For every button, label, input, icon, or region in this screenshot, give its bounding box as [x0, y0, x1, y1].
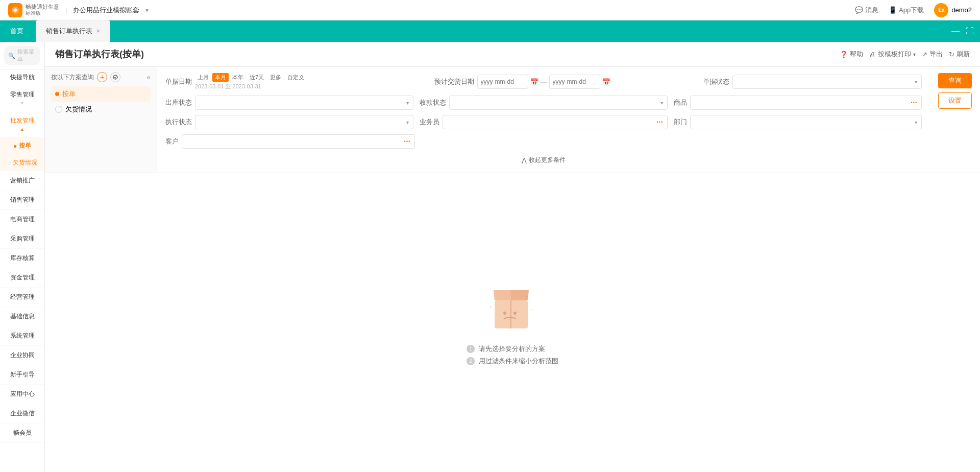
expected-date-from-input[interactable] [477, 75, 528, 89]
export-button[interactable]: ↗ 导出 [922, 50, 943, 59]
filter-row-3: 执行状态 ▾ 业务员 ··· [165, 115, 922, 129]
sidebar-item-wechat[interactable]: 企业微信 [0, 404, 44, 423]
payment-status-wrapper: ▾ [449, 96, 668, 110]
delivery-status-wrapper: ▾ [195, 96, 413, 110]
sidebar-item-label: 采购管理 [10, 234, 35, 243]
settings-button[interactable]: 设置 [938, 92, 972, 109]
hint-number-2: 2 [467, 357, 475, 365]
edit-scheme-button[interactable] [110, 72, 120, 82]
delivery-status-select[interactable]: ▾ [195, 96, 413, 110]
tab-close-icon[interactable]: × [96, 28, 100, 35]
sidebar-item-app-center[interactable]: 应用中心 [0, 385, 44, 404]
date-tab-last-month[interactable]: 上月 [195, 73, 211, 82]
chevron-up-icon: ▲ [20, 127, 24, 132]
date-tab-custom[interactable]: 自定义 [285, 73, 307, 82]
customer-select[interactable]: ··· [182, 134, 415, 149]
sidebar-item-sales[interactable]: 销售管理 [0, 191, 44, 210]
collapse-conditions-button[interactable]: ⋀ 收起更多条件 [165, 154, 922, 167]
breadcrumb[interactable]: 办公用品行业模拟账套 [73, 6, 139, 15]
add-scheme-button[interactable]: + [97, 72, 107, 82]
svg-text:✦: ✦ [489, 305, 492, 309]
filter-row-1: 单据日期 上月 本月 本年 近7天 更多 自定义 20 [165, 73, 922, 90]
page-title: 销售订单执行表(按单) [55, 48, 144, 66]
exec-arrow-icon: ▾ [406, 120, 409, 125]
exec-status-label: 执行状态 [165, 117, 192, 127]
refresh-button[interactable]: ↻ 刷新 [949, 50, 970, 59]
sidebar-item-system[interactable]: 系统管理 [0, 326, 44, 346]
date-tab-7days[interactable]: 近7天 [247, 73, 266, 82]
header-right: 💬 消息 📱 App下载 Ea demo2 [855, 3, 972, 17]
sidebar-item-marketing[interactable]: 营销推广 [0, 171, 44, 191]
sidebar-item-guide[interactable]: 新手引导 [0, 365, 44, 385]
date-separator: — [541, 78, 547, 86]
sidebar-item-wholesale[interactable]: 批发管理 ▲ [0, 111, 44, 137]
message-button[interactable]: 💬 消息 [855, 6, 878, 15]
sidebar-item-finance[interactable]: 资金管理 [0, 268, 44, 288]
tab-minimize-icon[interactable]: — [949, 25, 962, 38]
payment-status-field: 收款状态 ▾ [420, 96, 668, 110]
date-tab-current-year[interactable]: 本年 [230, 73, 246, 82]
query-button[interactable]: 查询 [938, 73, 972, 88]
department-select[interactable]: ▾ [690, 115, 922, 129]
sidebar-item-retail[interactable]: 零售管理 ▼ [0, 85, 44, 111]
tab-sales-order[interactable]: 销售订单执行表 × [36, 20, 110, 42]
app-download-button[interactable]: 📱 App下载 [889, 6, 924, 15]
tab-home[interactable]: 首页 [0, 20, 34, 42]
expected-date-to-icon[interactable]: 📅 [602, 78, 610, 86]
logo-area: 畅捷通好生意 标准版 [8, 3, 59, 17]
avatar: Ea [934, 3, 948, 17]
top-header: 畅捷通好生意 标准版 | 办公用品行业模拟账套 ▾ 💬 消息 📱 App下载 E… [0, 0, 980, 20]
doc-status-select[interactable]: ▾ [732, 75, 922, 89]
filter-row-4: 客户 ··· [165, 134, 922, 149]
sidebar-sub-item-orders[interactable]: ● 按单 [0, 137, 44, 154]
svg-text:✦: ✦ [525, 294, 529, 299]
sidebar-item-enterprise[interactable]: 企业协同 [0, 346, 44, 365]
empty-state: ✦ ✦ ✦ 1 请先选择要分析的方案 2 [45, 173, 980, 472]
scheme-item-orders[interactable]: 按单 [51, 86, 151, 102]
salesperson-label: 业务员 [420, 117, 439, 127]
sidebar-sub-menu: ● 按单 ○ 欠货情况 [0, 137, 44, 171]
sidebar-item-vip[interactable]: 畅会员 [0, 423, 44, 443]
sidebar-item-label: 批发管理 [10, 116, 35, 125]
breadcrumb-arrow-icon[interactable]: ▾ [145, 7, 149, 14]
user-menu[interactable]: Ea demo2 [934, 3, 972, 17]
sidebar-item-ecommerce[interactable]: 电商管理 [0, 210, 44, 229]
expected-date-label: 预计交货日期 [434, 77, 474, 86]
help-icon: ❓ [840, 51, 848, 58]
sidebar-item-management[interactable]: 经营管理 [0, 288, 44, 307]
tab-expand-icon[interactable]: ⛶ [964, 25, 976, 38]
sidebar-item-label: 电商管理 [10, 215, 35, 224]
page-header-actions: ❓ 帮助 🖨 按模板打印 ▾ ↗ 导出 ↻ 刷新 [840, 50, 970, 65]
expected-date-field: 预计交货日期 📅 — 📅 [434, 75, 697, 89]
exec-status-select[interactable]: ▾ [195, 115, 413, 129]
sidebar-item-purchase[interactable]: 采购管理 [0, 229, 44, 249]
sidebar-item-quick-nav[interactable]: 快捷导航 [0, 70, 44, 85]
search-input[interactable]: 🔍 搜索菜单 [4, 46, 40, 65]
expected-date-to-input[interactable] [549, 75, 600, 89]
sidebar-search-area[interactable]: 🔍 搜索菜单 [0, 42, 44, 70]
department-label: 部门 [674, 117, 687, 127]
search-placeholder: 搜索菜单 [17, 48, 36, 63]
svg-point-9 [503, 312, 506, 315]
date-tab-more[interactable]: 更多 [267, 73, 284, 82]
payment-status-select[interactable]: ▾ [449, 96, 668, 110]
print-button[interactable]: 🖨 按模板打印 ▾ [869, 50, 916, 59]
doc-status-arrow-icon: ▾ [915, 79, 917, 85]
goods-label: 商品 [674, 98, 687, 107]
scheme-item-backorder[interactable]: 欠货情况 [51, 102, 151, 117]
print-label: 按模板打印 [878, 50, 911, 59]
salesperson-select[interactable]: ··· [443, 115, 668, 129]
empty-hint-1: 1 请先选择要分析的方案 [467, 344, 558, 353]
sidebar-item-inventory[interactable]: 库存核算 [0, 249, 44, 268]
date-tab-current-month[interactable]: 本月 [212, 73, 229, 82]
help-button[interactable]: ❓ 帮助 [840, 50, 863, 59]
customer-field: 客户 ··· [165, 134, 415, 149]
collapse-up-icon: ⋀ [522, 157, 527, 164]
sidebar-item-basic-info[interactable]: 基础信息 [0, 307, 44, 326]
collapse-scheme-button[interactable]: « [146, 73, 151, 81]
goods-select[interactable]: ··· [690, 96, 922, 110]
empty-hint-2: 2 用过滤条件来缩小分析范围 [467, 357, 558, 366]
sidebar-sub-item-backorder[interactable]: ○ 欠货情况 [0, 154, 44, 171]
search-icon: 🔍 [8, 53, 15, 59]
expected-date-from-icon[interactable]: 📅 [530, 78, 538, 86]
